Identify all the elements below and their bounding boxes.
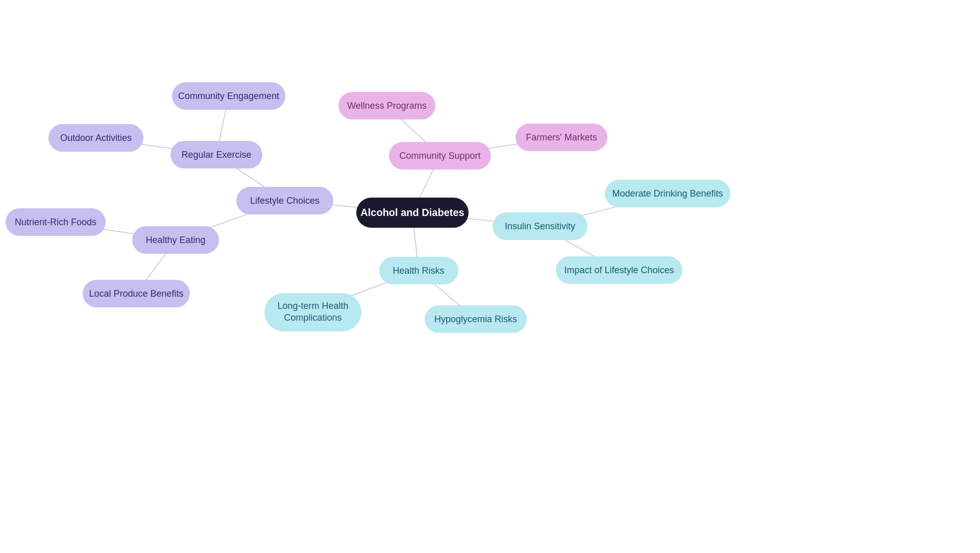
healthy-eating-label: Healthy Eating [145,235,205,246]
node-center-label: Alcohol and Diabetes [360,207,464,219]
node-hypoglycemia[interactable]: Hypoglycemia Risks [425,305,527,333]
node-healthy-eating[interactable]: Healthy Eating [132,226,219,254]
node-center[interactable]: Alcohol and Diabetes [356,198,469,228]
node-farmers-markets[interactable]: Farmers' Markets [516,124,607,151]
health-risks-label: Health Risks [393,266,444,276]
node-wellness-programs[interactable]: Wellness Programs [338,92,435,119]
node-regular-exercise[interactable]: Regular Exercise [170,141,262,169]
node-outdoor-activities[interactable]: Outdoor Activities [48,124,143,152]
node-long-term[interactable]: Long-term HealthComplications [264,293,361,331]
outdoor-activities-label: Outdoor Activities [60,133,132,143]
node-moderate-drinking[interactable]: Moderate Drinking Benefits [605,180,730,207]
local-produce-label: Local Produce Benefits [89,288,183,299]
insulin-sensitivity-label: Insulin Sensitivity [505,221,575,232]
regular-exercise-label: Regular Exercise [181,150,251,160]
farmers-markets-label: Farmers' Markets [526,132,597,143]
moderate-drinking-label: Moderate Drinking Benefits [612,188,723,199]
nutrient-rich-label: Nutrient-Rich Foods [15,217,96,228]
wellness-programs-label: Wellness Programs [347,101,427,111]
node-community-support[interactable]: Community Support [389,142,491,170]
hypoglycemia-label: Hypoglycemia Risks [434,314,517,325]
long-term-label: Long-term HealthComplications [277,300,348,324]
node-health-risks[interactable]: Health Risks [379,257,458,284]
node-impact-lifestyle[interactable]: Impact of Lifestyle Choices [556,256,682,284]
node-nutrient-rich[interactable]: Nutrient-Rich Foods [6,208,106,236]
node-community-engagement[interactable]: Community Engagement [172,82,285,110]
node-lifestyle-choices[interactable]: Lifestyle Choices [236,187,333,214]
impact-lifestyle-label: Impact of Lifestyle Choices [564,265,674,276]
community-support-label: Community Support [399,151,480,161]
node-local-produce[interactable]: Local Produce Benefits [83,280,190,307]
node-insulin-sensitivity[interactable]: Insulin Sensitivity [493,212,587,240]
community-engagement-label: Community Engagement [178,91,279,102]
lifestyle-choices-label: Lifestyle Choices [250,196,320,206]
